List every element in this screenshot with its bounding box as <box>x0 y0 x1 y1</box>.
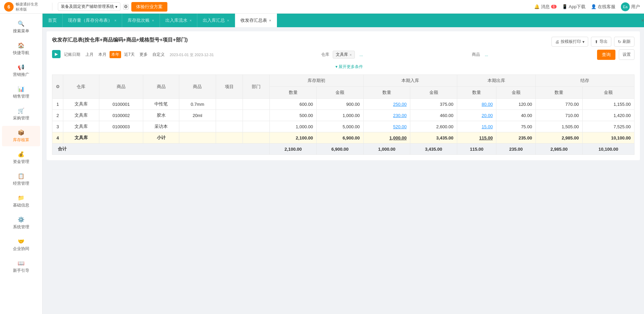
cell-end-qty: 770.00 <box>535 99 582 110</box>
settings-icon[interactable]: ⚙ <box>123 4 129 10</box>
sidebar-item-inventory[interactable]: 📦 库存核算 <box>2 126 40 146</box>
page-top-actions: 🖨 按模板打印 ▾ ⬆ 导出 ↻ 刷新 <box>551 37 634 47</box>
table-row: 1文具库0100001中性笔0.7mm600.00900.00250.00375… <box>52 99 634 110</box>
inventory-icon: 📦 <box>18 129 24 136</box>
cell-sku-name: 小计 <box>143 132 179 144</box>
cell-sku-code <box>99 132 143 144</box>
marketing-icon: 📢 <box>18 64 24 70</box>
print-template-button[interactable]: 🖨 按模板打印 ▾ <box>551 37 588 47</box>
col-out-amt: 金额 <box>496 87 536 99</box>
tab-recv-send-summary[interactable]: 收发存汇总表 × <box>235 14 277 27</box>
product-filter-label: 商品 <box>472 52 480 57</box>
corp-icon: 🤝 <box>18 238 24 245</box>
sidebar-item-guide[interactable]: 📖 新手引导 <box>2 257 40 277</box>
col-header-sku-name: 商品 <box>143 75 179 99</box>
footer-open-amt: 6,900.00 <box>316 144 363 155</box>
filter-settings-button[interactable]: 设置 <box>619 49 634 60</box>
mobile-icon: 📱 <box>562 4 567 9</box>
footer-in-amt: 3,435.00 <box>410 144 457 155</box>
close-tab-button[interactable]: × <box>641 18 644 23</box>
sidebar-item-system[interactable]: ⚙️ 系统管理 <box>2 213 40 233</box>
avatar: Ea <box>621 2 630 11</box>
cell-spec: 20ml <box>179 110 216 121</box>
finance-icon: 💰 <box>18 151 24 158</box>
system-selector[interactable]: 装备及固定资产辅助管理系统 ▾ <box>58 2 120 11</box>
shortcut-this-month[interactable]: 本月 <box>97 51 108 58</box>
message-item[interactable]: 🔔 消息 6 <box>534 4 557 10</box>
query-button[interactable]: 查询 <box>597 50 615 60</box>
cell-warehouse: 文具库 <box>63 99 99 110</box>
table-settings-col[interactable]: ⚙ <box>52 75 63 99</box>
sidebar-label-inventory: 库存核算 <box>13 137 29 143</box>
cell-sku-name: 采访本 <box>143 121 179 132</box>
user-label: 用户 <box>631 4 640 10</box>
sidebar-item-sales[interactable]: 📊 销售管理 <box>2 82 40 103</box>
filter-expand-button[interactable]: ▶ <box>52 50 61 58</box>
top-bar: 6 畅捷通好生意 标准版 装备及固定资产辅助管理系统 ▾ ⚙ 体验行业方案 🔔 … <box>0 0 644 14</box>
shortcut-last-month[interactable]: 上月 <box>84 51 95 58</box>
expand-more-button[interactable]: ▾ 展开更多条件 <box>335 64 363 70</box>
col-end-amt: 金额 <box>582 87 634 99</box>
tab-recv-send-summary-close[interactable]: × <box>269 18 271 22</box>
online-service-item[interactable]: 👤 在线客服 <box>591 4 615 10</box>
cell-in-qty[interactable]: 250.00 <box>363 99 410 110</box>
table-row: 4文具库小计2,100.006,900.001,000.003,435.0011… <box>52 132 634 144</box>
shortcut-7days[interactable]: 近7天 <box>122 51 136 58</box>
tab-home[interactable]: 首页 <box>43 14 63 27</box>
cell-in-qty[interactable]: 520.00 <box>363 121 410 132</box>
sales-icon: 📊 <box>18 86 24 92</box>
tab-inout-flow-close[interactable]: × <box>189 18 192 22</box>
shortcut-more[interactable]: 更多 <box>138 51 149 58</box>
sidebar-item-purchase[interactable]: 🛒 采购管理 <box>2 104 40 125</box>
warehouse-filter-tag: 文具库 × <box>333 51 354 59</box>
export-button[interactable]: ⬆ 导出 <box>591 37 611 47</box>
cell-seq: 1 <box>52 99 63 110</box>
col-group-in: 本期入库 <box>363 75 457 87</box>
app-download-item[interactable]: 📱 App下载 <box>562 4 585 10</box>
page-content: 收发存汇总表(按仓库+商品编码+商品+规格型号+项目+部门) 🖨 按模板打印 ▾… <box>43 27 644 314</box>
cell-in-qty[interactable]: 230.00 <box>363 110 410 121</box>
cell-out-qty[interactable]: 15.00 <box>457 121 496 132</box>
product-more-button[interactable]: ... <box>483 52 490 58</box>
home-icon: 🏠 <box>18 42 24 49</box>
tab-batch-ledger[interactable]: 库存批次账 × <box>122 14 160 27</box>
sidebar-item-operations[interactable]: 📋 经营管理 <box>2 169 40 190</box>
cell-warehouse: 文具库 <box>63 132 99 144</box>
tab-inout-summary-close[interactable]: × <box>227 18 229 22</box>
shortcut-custom[interactable]: 自定义 <box>151 51 166 58</box>
cell-out-qty[interactable]: 80.00 <box>457 99 496 110</box>
data-table: ⚙ 仓库 商品 商品 商品 项目 部门 库存期初 本期入库 本期出库 结存 <box>52 75 634 155</box>
system-name-label: 装备及固定资产辅助管理系统 <box>61 4 114 10</box>
print-dropdown-icon: ▾ <box>582 39 584 44</box>
footer-open-qty: 2,100.00 <box>270 144 317 155</box>
tab-inventory-dist-close[interactable]: × <box>114 18 116 22</box>
sidebar-item-quicknav[interactable]: 🏠 快捷导航 <box>2 39 40 59</box>
refresh-button[interactable]: ↻ 刷新 <box>614 37 634 47</box>
app-download-label: App下载 <box>569 4 585 10</box>
sidebar-item-search[interactable]: 🔍 搜索菜单 <box>2 17 40 37</box>
warehouse-tag-close[interactable]: × <box>349 53 351 57</box>
sidebar-item-marketing[interactable]: 📢 营销推广 <box>2 61 40 81</box>
tab-inventory-dist[interactable]: 现存量（库存分布表） × <box>63 14 122 27</box>
footer-end-amt: 10,100.00 <box>582 144 634 155</box>
sidebar-item-basic[interactable]: 📁 基础信息 <box>2 191 40 212</box>
sidebar-item-corp[interactable]: 🤝 企业协同 <box>2 235 40 255</box>
trial-button[interactable]: 体验行业方案 <box>131 2 167 12</box>
shortcut-this-year[interactable]: 本年 <box>110 51 121 58</box>
tab-batch-ledger-close[interactable]: × <box>152 18 154 22</box>
cell-open-amt: 1,000.00 <box>316 110 363 121</box>
tab-recv-send-summary-label: 收发存汇总表 <box>241 17 267 23</box>
tab-inout-flow[interactable]: 出入库流水 × <box>160 14 197 27</box>
cell-in-qty[interactable]: 1,000.00 <box>363 132 410 144</box>
cell-out-qty[interactable]: 20.00 <box>457 110 496 121</box>
sidebar-item-finance[interactable]: 💰 资金管理 <box>2 148 40 168</box>
warehouse-more-button[interactable]: ... <box>358 52 364 58</box>
sidebar-label-sales: 销售管理 <box>13 94 29 99</box>
user-item[interactable]: Ea 用户 <box>621 2 640 11</box>
refresh-icon: ↻ <box>618 39 621 44</box>
cell-open-amt: 5,000.00 <box>316 121 363 132</box>
content-area: 首页 现存量（库存分布表） × 库存批次账 × 出入库流水 × 出入库汇总 × <box>43 14 644 314</box>
cell-spec: 0.7mm <box>179 99 216 110</box>
cell-out-qty[interactable]: 115.00 <box>457 132 496 144</box>
tab-inout-summary[interactable]: 出入库汇总 × <box>197 14 235 27</box>
